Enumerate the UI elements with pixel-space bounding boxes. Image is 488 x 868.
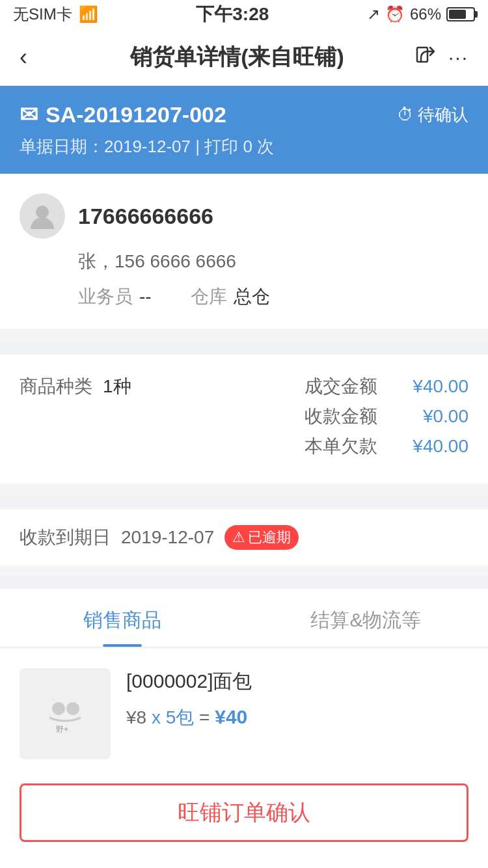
bottom-bar: 旺铺订单确认 bbox=[0, 770, 488, 868]
receipt-value: ¥0.00 bbox=[390, 406, 468, 427]
customer-row: 17666666666 bbox=[20, 193, 468, 239]
due-label: 收款到期日 bbox=[20, 525, 111, 550]
amount-label: 成交金额 bbox=[305, 374, 377, 399]
salesperson-item: 业务员 -- bbox=[78, 284, 152, 309]
tab-settlement[interactable]: 结算&物流等 bbox=[244, 589, 488, 647]
time-display: 下午3:28 bbox=[196, 2, 269, 27]
order-status: ⏱ 待确认 bbox=[397, 103, 468, 126]
salesperson-label: 业务员 bbox=[78, 284, 133, 309]
avatar bbox=[20, 193, 65, 239]
tab-products[interactable]: 销售商品 bbox=[0, 589, 244, 647]
back-button[interactable]: ‹ bbox=[20, 44, 59, 71]
order-date: 单据日期：2019-12-07 | 打印 0 次 bbox=[20, 135, 468, 158]
price-value: ¥8 bbox=[126, 707, 146, 727]
overdue-text: 已逾期 bbox=[248, 528, 291, 547]
divider-1 bbox=[0, 342, 488, 355]
product-type-label: 商品种类 bbox=[20, 374, 92, 399]
share-button[interactable] bbox=[416, 45, 435, 69]
customer-section: 17666666666 张，156 6666 6666 业务员 -- 仓库 总仓 bbox=[0, 174, 488, 329]
due-date-value: 2019-12-07 bbox=[121, 527, 214, 548]
amounts: 成交金额 ¥40.00 收款金额 ¥0.00 本单欠款 ¥40.00 bbox=[305, 374, 468, 464]
product-section: 野+ [0000002]面包 ¥8 x 5包 = ¥40 bbox=[0, 649, 488, 779]
product-type: 商品种类 1种 bbox=[20, 374, 131, 399]
divider-2 bbox=[0, 496, 488, 509]
amount-value: ¥40.00 bbox=[390, 376, 468, 397]
battery-percent: 66% bbox=[410, 5, 441, 23]
order-id: ✉ SA-20191207-002 bbox=[20, 102, 226, 128]
summary-row: 商品种类 1种 成交金额 ¥40.00 收款金额 ¥0.00 本单欠款 ¥40.… bbox=[20, 374, 468, 464]
receipt-label: 收款金额 bbox=[305, 404, 377, 429]
order-icon: ✉ bbox=[20, 102, 38, 128]
salesperson-value: -- bbox=[139, 286, 152, 307]
more-button[interactable]: ··· bbox=[448, 46, 468, 68]
nav-actions: ··· bbox=[416, 45, 468, 69]
total-value: ¥40 bbox=[215, 706, 247, 727]
warehouse-value: 总仓 bbox=[234, 284, 270, 309]
tabs-section: 销售商品 结算&物流等 bbox=[0, 589, 488, 647]
carrier-text: 无SIM卡 bbox=[13, 4, 72, 25]
due-date-section: 收款到期日 2019-12-07 ⚠ 已逾期 bbox=[0, 509, 488, 565]
page-title: 销货单详情(来自旺铺) bbox=[59, 42, 416, 72]
status-clock-icon: ⏱ bbox=[397, 105, 414, 125]
svg-point-2 bbox=[52, 702, 65, 715]
order-header-top: ✉ SA-20191207-002 ⏱ 待确认 bbox=[20, 102, 468, 128]
quantity-value: 5包 bbox=[166, 707, 195, 727]
customer-meta: 业务员 -- 仓库 总仓 bbox=[78, 284, 468, 309]
battery-icon bbox=[446, 7, 475, 21]
warehouse-item: 仓库 总仓 bbox=[191, 284, 270, 309]
customer-name: 张，156 6666 6666 bbox=[78, 249, 468, 274]
order-id-text: SA-20191207-002 bbox=[46, 102, 226, 128]
multiply-x: x bbox=[152, 707, 161, 727]
receipt-row: 收款金额 ¥0.00 bbox=[305, 404, 468, 429]
navigation-bar: ‹ 销货单详情(来自旺铺) ··· bbox=[0, 29, 488, 86]
product-type-value: 1种 bbox=[103, 374, 131, 399]
summary-section: 商品种类 1种 成交金额 ¥40.00 收款金额 ¥0.00 本单欠款 ¥40.… bbox=[0, 355, 488, 483]
svg-point-1 bbox=[36, 206, 49, 219]
product-image: 野+ bbox=[20, 668, 111, 759]
overdue-icon: ⚠ bbox=[232, 529, 245, 546]
status-bar: 无SIM卡 📶 下午3:28 ↗ ⏰ 66% bbox=[0, 0, 488, 29]
divider-3 bbox=[0, 576, 488, 589]
balance-value: ¥40.00 bbox=[390, 436, 468, 457]
wifi-icon: 📶 bbox=[79, 5, 98, 23]
balance-label: 本单欠款 bbox=[305, 434, 377, 459]
svg-text:野+: 野+ bbox=[56, 725, 68, 734]
order-status-text: 待确认 bbox=[418, 103, 468, 126]
amount-row: 成交金额 ¥40.00 bbox=[305, 374, 468, 399]
balance-row: 本单欠款 ¥40.00 bbox=[305, 434, 468, 459]
status-right: ↗ ⏰ 66% bbox=[367, 5, 475, 23]
product-info: [0000002]面包 ¥8 x 5包 = ¥40 bbox=[126, 668, 468, 730]
overdue-badge: ⚠ 已逾期 bbox=[224, 525, 299, 550]
product-price: ¥8 x 5包 = ¥40 bbox=[126, 705, 468, 730]
tab-settlement-label: 结算&物流等 bbox=[310, 609, 421, 631]
product-name: [0000002]面包 bbox=[126, 668, 468, 695]
location-icon: ↗ bbox=[367, 5, 380, 23]
tab-products-label: 销售商品 bbox=[83, 609, 161, 631]
confirm-order-button[interactable]: 旺铺订单确认 bbox=[20, 783, 468, 842]
confirm-button-label: 旺铺订单确认 bbox=[178, 798, 310, 828]
order-header: ✉ SA-20191207-002 ⏱ 待确认 单据日期：2019-12-07 … bbox=[0, 86, 488, 174]
status-left: 无SIM卡 📶 bbox=[13, 4, 98, 25]
alarm-icon: ⏰ bbox=[385, 5, 405, 23]
warehouse-label: 仓库 bbox=[191, 284, 227, 309]
equals: = bbox=[199, 707, 210, 727]
customer-phone: 17666666666 bbox=[78, 204, 213, 229]
svg-point-3 bbox=[66, 702, 79, 715]
